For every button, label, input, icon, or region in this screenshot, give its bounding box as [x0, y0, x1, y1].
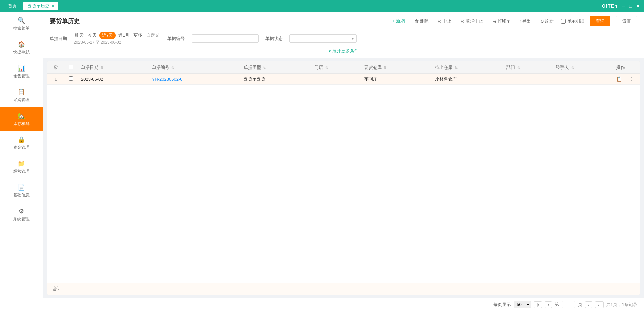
doc-status-select[interactable] [289, 34, 357, 43]
col-req-warehouse: 要货仓库 ⇅ [361, 61, 432, 74]
table-footer: 合计： [47, 283, 640, 295]
cancel-stop-button[interactable]: ⊘ 取消中止 [459, 17, 485, 26]
last-page-btn[interactable]: ›| [595, 301, 603, 308]
export-icon: ↑ [519, 19, 522, 24]
basic-info-icon: 📄 [18, 184, 25, 191]
requisition-table: ⚙ 单据日期 ⇅ 单据编号 ⇅ [47, 61, 640, 85]
sidebar-item-basic-info[interactable]: 📄 基础信息 [0, 179, 43, 203]
print-dropdown-icon: ▾ [507, 19, 510, 24]
minimize-icon[interactable]: ─ [622, 3, 625, 9]
display-detail-checkbox[interactable] [561, 19, 566, 24]
table-header-row: ⚙ 单据日期 ⇅ 单据编号 ⇅ [47, 61, 640, 74]
expand-more-btn[interactable]: ▾ 展开更多条件 [50, 45, 637, 55]
sort-type-icon[interactable]: ⇅ [263, 66, 266, 70]
doc-status-wrapper: ▾ [289, 34, 357, 43]
query-button[interactable]: 查询 [590, 16, 610, 26]
header-actions: + 新增 🗑 删除 ⊘ 中止 ⊘ 取消中止 🖨 打 [390, 16, 637, 26]
table-area: ⚙ 单据日期 ⇅ 单据编号 ⇅ [47, 61, 640, 295]
row-number-link[interactable]: YH-20230602-0 [152, 77, 183, 82]
row-more-icon[interactable]: ⋮⋮ [625, 76, 634, 82]
date-btn-yesterday[interactable]: 昨天 [74, 32, 85, 39]
print-button[interactable]: 🖨 打印 ▾ [490, 17, 512, 26]
sidebar-item-finance[interactable]: 🔒 资金管理 [0, 131, 43, 155]
search-icon: 🔍 [18, 17, 25, 24]
sidebar-item-system[interactable]: ⚙ 系统管理 [0, 203, 43, 227]
row-num: 1 [47, 74, 64, 85]
date-shortcut-row: 昨天 今天 近7天 近1月 更多 自定义 [74, 32, 161, 39]
column-settings-icon[interactable]: ⚙ [53, 64, 58, 70]
finance-icon: 🔒 [18, 136, 25, 143]
sort-dept-icon[interactable]: ⇅ [517, 66, 520, 70]
display-detail-checkbox-wrapper[interactable]: 显示明细 [561, 18, 584, 24]
refresh-button[interactable]: ↻ 刷新 [538, 17, 556, 26]
sidebar-item-purchase[interactable]: 📋 采购管理 [0, 84, 43, 107]
col-actions: 操作 [613, 61, 640, 74]
row-type: 要货单要货 [240, 74, 311, 85]
sidebar: 🔍 搜索菜单 🏠 快捷导航 📊 销售管理 📋 采购管理 🏡 库存核算 🔒 资金管… [0, 12, 43, 311]
page-title: 要货单历史 [50, 17, 80, 25]
row-store [311, 74, 361, 85]
print-icon: 🖨 [492, 19, 497, 24]
date-btn-1month[interactable]: 近1月 [117, 32, 131, 39]
col-settings: ⚙ [47, 61, 64, 74]
sidebar-item-quicknav[interactable]: 🏠 快捷导航 [0, 36, 43, 60]
first-page-btn[interactable]: |‹ [534, 301, 542, 308]
sort-date-icon[interactable]: ⇅ [101, 66, 103, 70]
settings-button[interactable]: 设置 [616, 16, 637, 26]
doc-number-input[interactable] [192, 34, 259, 43]
page-number-input[interactable]: 1 [562, 301, 575, 308]
date-btn-today[interactable]: 今天 [87, 32, 98, 39]
tab-home[interactable]: 首页 [4, 2, 21, 10]
col-pending-warehouse: 待出仓库 ⇅ [432, 61, 503, 74]
row-view-icon[interactable]: 📋 [616, 76, 622, 82]
new-button[interactable]: + 新增 [390, 17, 407, 26]
table-wrapper: ⚙ 单据日期 ⇅ 单据编号 ⇅ [47, 61, 640, 283]
sort-number-icon[interactable]: ⇅ [171, 66, 174, 70]
export-button[interactable]: ↑ 导出 [517, 17, 533, 26]
page-title-row: 要货单历史 + 新增 🗑 删除 ⊘ 中止 ⊘ 取消中止 [50, 16, 637, 29]
operations-icon: 📁 [18, 160, 25, 167]
tab-close-icon[interactable]: ✕ [51, 4, 54, 8]
sidebar-item-search[interactable]: 🔍 搜索菜单 [0, 12, 43, 36]
col-date: 单据日期 ⇅ [77, 61, 149, 74]
refresh-icon: ↻ [540, 19, 544, 24]
stop-button[interactable]: ⊘ 中止 [436, 17, 453, 26]
sidebar-item-sales[interactable]: 📊 销售管理 [0, 60, 43, 84]
row-dept [503, 74, 552, 85]
row-number: YH-20230602-0 [149, 74, 240, 85]
delete-button[interactable]: 🗑 删除 [413, 17, 431, 26]
row-checkbox[interactable] [69, 76, 73, 81]
date-btn-more[interactable]: 更多 [132, 32, 144, 39]
next-page-btn[interactable]: › [585, 301, 592, 308]
filter-bar: 单据日期 昨天 今天 近7天 近1月 更多 自定义 2023-05-27 至 2… [50, 29, 637, 58]
main-layout: 🔍 搜索菜单 🏠 快捷导航 📊 销售管理 📋 采购管理 🏡 库存核算 🔒 资金管… [0, 12, 644, 311]
maximize-icon[interactable]: □ [629, 3, 632, 9]
cancel-stop-icon: ⊘ [461, 19, 465, 24]
close-window-icon[interactable]: ✕ [636, 3, 640, 9]
date-btn-7days[interactable]: 近7天 [99, 32, 116, 39]
sort-store-icon[interactable]: ⇅ [325, 66, 328, 70]
sort-handler-icon[interactable]: ⇅ [571, 66, 574, 70]
select-all-checkbox[interactable] [69, 65, 73, 69]
col-type: 单据类型 ⇅ [240, 61, 311, 74]
sidebar-item-inventory[interactable]: 🏡 库存核算 [0, 107, 43, 131]
sidebar-item-operations[interactable]: 📁 经营管理 [0, 155, 43, 179]
sales-icon: 📊 [18, 64, 25, 72]
pagination-bar: 每页显示 50 10 20 100 |‹ ‹ 第 1 页 › ›| 共1页，1条… [43, 298, 644, 311]
expand-icon: ▾ [329, 49, 331, 54]
col-handler: 经手人 ⇅ [552, 61, 613, 74]
brand-label: OfTEn [602, 3, 618, 9]
doc-status-label: 单据状态 [265, 36, 283, 42]
page-size-select[interactable]: 50 10 20 100 [514, 301, 531, 308]
row-req-warehouse: 车间库 [361, 74, 432, 85]
sort-req-warehouse-icon[interactable]: ⇅ [384, 66, 386, 70]
row-pending-warehouse: 原材料仓库 [432, 74, 503, 85]
date-range-text: 2023-05-27 至 2023-06-02 [74, 40, 161, 45]
sort-pending-warehouse-icon[interactable]: ⇅ [455, 66, 458, 70]
prev-page-btn[interactable]: ‹ [545, 301, 552, 308]
stop-icon: ⊘ [438, 19, 442, 24]
top-bar: 首页 要货单历史 ✕ OfTEn ─ □ ✕ [0, 0, 644, 12]
tab-requisition-history[interactable]: 要货单历史 ✕ [23, 2, 58, 10]
date-btn-custom[interactable]: 自定义 [145, 32, 161, 39]
purchase-icon: 📋 [18, 88, 25, 96]
